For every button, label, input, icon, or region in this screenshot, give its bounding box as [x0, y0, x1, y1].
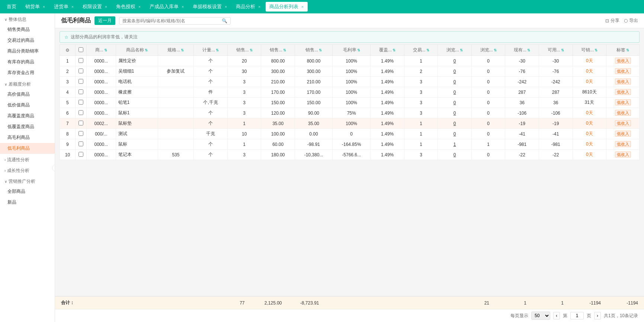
th-tag[interactable]: 标签⇅	[606, 45, 640, 56]
share-button[interactable]: ⊡ 分享	[605, 17, 619, 24]
sidebar-item-high-value[interactable]: 高价值商品	[0, 89, 55, 100]
nav-role-auth[interactable]: 角色授权 ×	[112, 2, 144, 12]
footer-total: 合计： 77 2,125.00 -8,723.91 21 1 1 -1194 -…	[55, 296, 644, 309]
row-checkbox[interactable]	[79, 68, 83, 73]
table-container: ⚙ 商...⇅ 商品名称⇅ 规格...⇅ 计量...⇅ 销售...⇅ 销售...…	[55, 44, 644, 296]
th-name[interactable]: 商品名称⇅	[116, 45, 158, 56]
close-icon[interactable]: ×	[182, 4, 184, 9]
row-sales-qty: 3	[227, 98, 261, 108]
sidebar-item-high-coverage[interactable]: 高覆盖度商品	[0, 111, 55, 121]
nav-permission-settings[interactable]: 权限设置 ×	[79, 2, 111, 12]
row-current-stock: 36	[505, 98, 539, 108]
per-page-select[interactable]: 50 100 200	[531, 312, 550, 320]
row-sales-qty: 3	[227, 108, 261, 118]
row-unit: 个	[194, 108, 228, 118]
row-current-stock: -22	[505, 150, 539, 160]
prev-page-button[interactable]: ‹	[553, 312, 560, 319]
sidebar-group-marketing[interactable]: ∨ 营销推广分析	[0, 175, 55, 186]
row-current-stock: -41	[505, 129, 539, 139]
close-icon[interactable]: ×	[105, 4, 107, 9]
nav-product-analysis-list[interactable]: 商品分析列表 ×	[266, 2, 307, 12]
row-checkbox[interactable]	[79, 141, 83, 146]
th-unit[interactable]: 计量...⇅	[194, 45, 228, 56]
sidebar-item-low-coverage[interactable]: 低覆盖度商品	[0, 121, 55, 132]
sidebar-group-liquidity[interactable]: › 流通性分析	[0, 154, 55, 165]
th-spec[interactable]: 规格...⇅	[158, 45, 194, 56]
nav-home[interactable]: 首页	[3, 2, 20, 12]
row-checkbox-cell	[75, 66, 86, 77]
search-icon[interactable]: 🔍	[222, 18, 227, 23]
sidebar-item-traded-products[interactable]: 交易过的商品	[0, 35, 55, 46]
sidebar-item-low-margin[interactable]: 低毛利商品	[0, 143, 55, 154]
close-icon[interactable]: ×	[138, 4, 141, 9]
th-sales-price[interactable]: 销售...⇅	[261, 45, 295, 56]
close-icon[interactable]: ×	[71, 4, 74, 9]
th-transaction[interactable]: 交易...⇅	[404, 45, 438, 56]
sidebar-item-high-margin[interactable]: 高毛利商品	[0, 132, 55, 143]
row-code: 000/...	[86, 129, 116, 139]
sidebar-item-all-products[interactable]: 全部商品	[0, 186, 55, 197]
sidebar-item-capital-use[interactable]: 库存资金占用	[0, 67, 55, 78]
sidebar-item-new-products[interactable]: 新品	[0, 197, 55, 208]
nav-sales-order[interactable]: 销货单 ×	[22, 2, 49, 12]
row-checkbox-cell	[75, 139, 86, 150]
row-browse2: 0	[471, 129, 505, 139]
row-checkbox[interactable]	[79, 131, 83, 136]
sidebar-group-overview[interactable]: ∨ 整体信息	[0, 13, 55, 24]
row-checkbox[interactable]	[79, 89, 83, 94]
th-code[interactable]: 商...⇅	[86, 45, 116, 56]
row-sales-qty: 30	[227, 66, 261, 77]
row-coverage: 1.49%	[371, 98, 404, 108]
page-title: 低毛利商品	[61, 17, 91, 25]
row-checkbox[interactable]	[79, 100, 83, 105]
th-browse1[interactable]: 浏览...⇅	[438, 45, 472, 56]
close-icon[interactable]: ×	[43, 4, 45, 9]
period-button[interactable]: 近一月	[94, 16, 115, 25]
row-browse1: 0	[438, 150, 472, 160]
total-available: -1194	[608, 300, 638, 306]
nav-product-inbound[interactable]: 产成品入库单 ×	[146, 2, 188, 12]
sidebar-group-margin-analysis[interactable]: ∨ 差额度分析	[0, 78, 55, 89]
table-row: 1 0000... 属性定价 个 20 800.00 800.00 100% 1…	[60, 56, 640, 66]
nav-template-settings[interactable]: 单据模板设置 ×	[189, 2, 231, 12]
search-input[interactable]	[122, 18, 220, 23]
th-settings[interactable]: ⚙	[60, 45, 76, 56]
close-icon[interactable]: ×	[258, 4, 260, 9]
sidebar-item-sales-products[interactable]: 销售类商品	[0, 24, 55, 35]
total-current-stock: -1194	[571, 300, 601, 306]
sidebar-group-growth[interactable]: › 成长性分析	[0, 165, 55, 175]
next-page-button[interactable]: ›	[594, 312, 601, 319]
sidebar-item-stock-products[interactable]: 有库存的商品	[0, 57, 55, 67]
row-checkbox[interactable]	[79, 110, 83, 115]
row-browse1: 0	[438, 108, 472, 118]
row-browse1: 0	[438, 129, 472, 139]
close-icon[interactable]: ×	[225, 4, 227, 9]
th-coverage[interactable]: 覆盖...⇅	[371, 45, 404, 56]
close-icon[interactable]: ×	[301, 4, 304, 9]
row-checkbox[interactable]	[79, 121, 83, 125]
th-available[interactable]: 可用...⇅	[539, 45, 573, 56]
row-sales-amount: 35.00	[295, 118, 332, 129]
th-sales-amount[interactable]: 销售...⇅	[295, 45, 332, 56]
row-sales-amount: 800.00	[295, 56, 332, 66]
nav-purchase-order[interactable]: 进货单 ×	[50, 2, 77, 12]
th-gross-margin[interactable]: 毛利率⇅	[333, 45, 371, 56]
th-sellable[interactable]: 可销...⇅	[573, 45, 606, 56]
page-number-input[interactable]	[570, 312, 584, 319]
sidebar-item-category-rate[interactable]: 商品分类助销率	[0, 46, 55, 57]
row-sales-amount: 210.00	[295, 77, 332, 87]
th-current-stock[interactable]: 现有...⇅	[505, 45, 539, 56]
sidebar-item-low-value[interactable]: 低价值商品	[0, 100, 55, 111]
row-code: 0000...	[86, 66, 116, 77]
th-browse2[interactable]: 浏览...⇅	[471, 45, 505, 56]
export-button[interactable]: ⬡ 导出	[624, 17, 638, 24]
row-browse2: 0	[471, 56, 505, 66]
row-checkbox[interactable]	[79, 79, 83, 84]
select-all-checkbox[interactable]	[79, 47, 83, 52]
th-sales-qty[interactable]: 销售...⇅	[227, 45, 261, 56]
row-name: 电话机	[116, 77, 158, 87]
row-available: -242	[539, 77, 573, 87]
row-checkbox[interactable]	[79, 152, 83, 157]
row-checkbox[interactable]	[79, 58, 83, 63]
nav-product-analysis[interactable]: 商品分析 ×	[232, 2, 264, 12]
